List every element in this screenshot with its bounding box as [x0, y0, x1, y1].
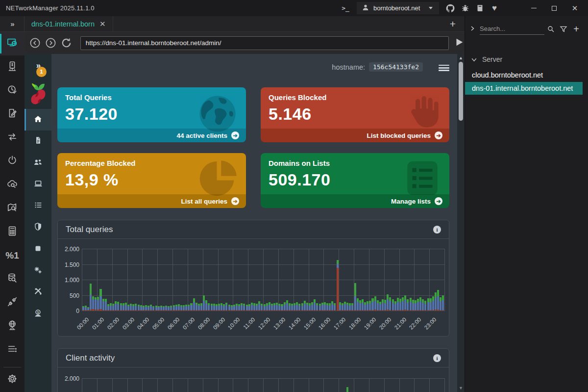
info-icon[interactable]: i — [433, 226, 441, 234]
url-input[interactable] — [80, 36, 449, 50]
bar-permitted — [188, 305, 190, 306]
bar-blocked — [143, 310, 145, 311]
bar-permitted — [115, 301, 117, 304]
pihole-logo-icon[interactable] — [28, 82, 48, 108]
bar-permitted — [435, 292, 437, 298]
bar-cached — [130, 306, 132, 310]
back-icon[interactable] — [27, 37, 43, 49]
bar-cached — [117, 304, 119, 310]
sidebar-item-calculator[interactable] — [0, 220, 24, 244]
bar-blocked — [412, 310, 414, 311]
sidebar-item-database-search[interactable] — [0, 267, 24, 291]
sidebar-item-server-rack[interactable] — [0, 55, 24, 79]
hamburger-menu-icon[interactable] — [439, 63, 449, 73]
github-icon[interactable] — [443, 0, 458, 16]
maximize-button[interactable] — [544, 0, 564, 16]
new-tab-button[interactable]: + — [450, 18, 456, 30]
sidebar-item-document-edit[interactable] — [0, 103, 24, 126]
sidebar-item-clock-check[interactable] — [0, 79, 24, 103]
pihole-nav-tools[interactable] — [24, 282, 51, 303]
bar-blocked — [435, 310, 437, 311]
close-button[interactable]: ✕ — [564, 0, 585, 16]
pihole-nav-donate[interactable]: $ — [24, 303, 51, 325]
docs-book-icon[interactable] — [472, 0, 487, 16]
pihole-nav-users[interactable] — [24, 152, 51, 174]
browser-tab[interactable]: dns-01.internal.born ✕ — [24, 16, 113, 31]
sidebar-item-swap-arrows[interactable] — [0, 126, 24, 150]
bug-icon[interactable] — [458, 0, 472, 16]
terminal-icon[interactable]: >_ — [338, 0, 353, 16]
bar-cached — [377, 303, 379, 310]
sidebar-item-web-console[interactable] — [0, 32, 24, 55]
sidebar-item-plug[interactable] — [0, 291, 24, 314]
bar-permitted — [185, 305, 187, 306]
bar-cached — [125, 305, 127, 310]
forward-icon[interactable] — [43, 37, 59, 49]
sidebar-item-map-search[interactable] — [0, 197, 24, 220]
pihole-nav-list[interactable] — [24, 195, 51, 217]
server-item[interactable]: cloud.borntoberoot.net — [465, 69, 588, 81]
scroll-up-icon[interactable]: ▲ — [457, 55, 465, 60]
add-profile-icon[interactable]: + — [570, 24, 583, 35]
scroll-down-icon[interactable]: ▼ — [457, 386, 465, 391]
sidebar-item-settings[interactable] — [0, 368, 24, 391]
scrollbar-thumb[interactable] — [459, 62, 463, 121]
bar-permitted — [354, 283, 356, 296]
gridline — [263, 249, 264, 311]
bar-cached — [349, 306, 351, 310]
bar-permitted — [170, 306, 172, 307]
sidebar-item-cloud-search[interactable] — [0, 173, 24, 197]
bar-cached — [430, 302, 432, 310]
sidebar-item-globe-network[interactable] — [0, 314, 24, 338]
bar-blocked — [152, 310, 154, 311]
bar-permitted — [163, 306, 165, 308]
pihole-nav-shield[interactable] — [24, 217, 51, 238]
bar-blocked — [394, 310, 396, 311]
filter-icon[interactable] — [557, 25, 570, 33]
pihole-nav-file[interactable] — [24, 131, 51, 152]
heart-icon[interactable]: ♥ — [487, 0, 502, 16]
sidebar-item-percent-one[interactable]: %1 — [0, 244, 24, 267]
client-activity-panel: Client activity i 2.0001.500 — [57, 348, 449, 392]
pihole-nav-square[interactable] — [24, 238, 51, 260]
pihole-nav-home[interactable] — [24, 109, 51, 131]
bar-cached — [236, 306, 238, 310]
sidebar-item-power[interactable] — [0, 150, 24, 173]
bar-blocked — [132, 310, 134, 311]
minimize-button[interactable] — [523, 0, 544, 16]
pihole-nav-laptop[interactable] — [24, 174, 51, 195]
bar-blocked — [342, 310, 343, 311]
bar-permitted — [412, 300, 414, 303]
bar-cached — [138, 306, 140, 310]
bar-cached — [399, 302, 401, 310]
bar-blocked — [225, 310, 227, 311]
tab-close-icon[interactable]: ✕ — [99, 20, 106, 28]
bar-blocked — [294, 310, 295, 311]
go-icon[interactable] — [454, 37, 465, 50]
webview-scrollbar[interactable]: ▲ ▼ — [457, 54, 465, 392]
refresh-icon[interactable] — [59, 37, 74, 49]
gridline — [188, 378, 188, 392]
bar-permitted — [196, 303, 197, 305]
search-input[interactable] — [480, 23, 544, 34]
bar-permitted — [394, 301, 396, 304]
bar-blocked — [306, 310, 308, 311]
account-dropdown[interactable]: borntoberoot.net — [357, 2, 439, 14]
profiles-panel: + Server cloud.borntoberoot.netdns-01.in… — [465, 16, 588, 392]
bar-cached — [412, 303, 414, 310]
info-icon[interactable]: i — [433, 354, 441, 362]
plug-icon — [7, 296, 18, 309]
bar-cached — [188, 306, 190, 310]
search-icon[interactable] — [544, 25, 557, 33]
panel-collapse-chevron-icon[interactable] — [465, 25, 480, 33]
server-item[interactable]: dns-01.internal.borntoberoot.net — [465, 82, 583, 95]
pihole-nav-gears[interactable] — [24, 260, 51, 282]
bar-permitted — [324, 302, 326, 305]
server-group-header[interactable]: Server — [465, 55, 502, 63]
sidebar-item-list-menu[interactable] — [0, 338, 24, 362]
bar-permitted — [183, 305, 185, 307]
bar-permitted — [346, 303, 348, 305]
bar-blocked — [404, 310, 406, 311]
tab-overflow-chevrons-icon[interactable]: » — [0, 16, 24, 31]
bar-cached — [158, 307, 160, 310]
